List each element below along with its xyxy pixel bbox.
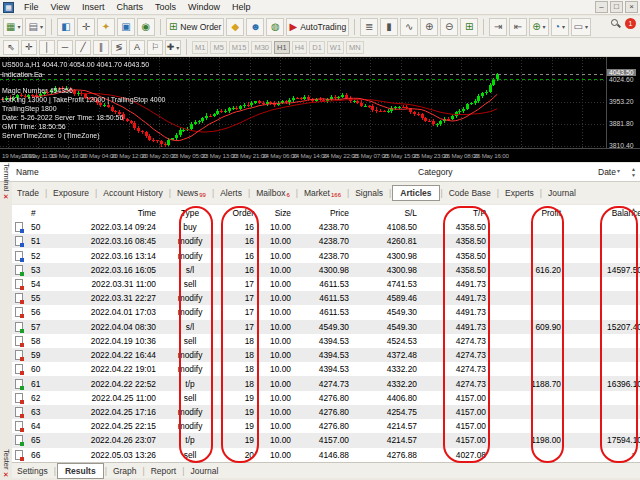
trendline-tool[interactable]: ╱ <box>75 40 91 55</box>
terminal-close-icon[interactable]: ✕ <box>3 193 9 200</box>
tester-tab-journal[interactable]: Journal <box>185 464 223 478</box>
table-row[interactable]: 602022.04.22 19:01modify1810.004394.5343… <box>12 362 640 376</box>
vertical-line-tool[interactable]: │ <box>39 40 55 55</box>
tab-news[interactable]: News99 <box>172 186 211 200</box>
table-row[interactable]: 632022.04.25 17:16modify1910.004276.8042… <box>12 405 640 419</box>
timeframe-m1[interactable]: M1 <box>192 41 208 54</box>
table-row[interactable]: 642022.04.25 22:15modify1910.004276.8042… <box>12 419 640 433</box>
auto-scroll-button[interactable]: ⇥ <box>489 18 507 36</box>
cursor-tool[interactable]: ⇖ <box>3 40 19 55</box>
zoom-out-button[interactable]: ⊖ <box>440 18 458 36</box>
table-row[interactable]: 622022.04.25 11:00sell1910.004276.804406… <box>12 391 640 405</box>
tab-mailbox[interactable]: Mailbox6 <box>251 186 295 200</box>
table-row[interactable]: 572022.04.04 08:30s/l1710.004549.304549.… <box>12 320 640 334</box>
menu-window[interactable]: Window <box>182 1 226 13</box>
table-scroll-down-icon[interactable]: ▼ <box>631 452 636 457</box>
table-row[interactable]: 542022.03.31 11:00sell1710.004611.534741… <box>12 277 640 291</box>
channel-tool[interactable]: ∥ <box>93 40 109 55</box>
table-row[interactable]: 582022.04.19 10:36sell1810.004394.534524… <box>12 334 640 348</box>
table-row[interactable]: 532022.03.16 16:05s/l1610.004300.984300.… <box>12 263 640 277</box>
scroll-down-icon[interactable]: ▼ <box>631 173 636 178</box>
table-row[interactable]: 552022.03.31 22:27modify1710.004611.5345… <box>12 291 640 305</box>
cell-time: 2022.04.26 23:07 <box>54 435 160 445</box>
column-category[interactable]: Category <box>418 167 453 177</box>
tester-close-icon[interactable]: ✕ <box>3 471 9 478</box>
table-row[interactable]: 512022.03.16 08:45modify1610.004238.7042… <box>12 234 640 248</box>
notification-badge[interactable]: 1 <box>625 18 636 29</box>
tab-articles[interactable]: Articles <box>392 185 439 201</box>
metaeditor-button[interactable]: ◆ <box>226 18 244 36</box>
fibonacci-tool[interactable]: ≶ <box>111 40 127 55</box>
menu-view[interactable]: View <box>45 1 76 13</box>
candlestick-chart-button[interactable]: ▮ <box>380 18 398 36</box>
menu-help[interactable]: Help <box>226 1 257 13</box>
table-scroll-up-icon[interactable]: ▲ <box>631 207 636 212</box>
tester-tab-settings[interactable]: Settings <box>12 464 53 478</box>
table-row[interactable]: 592022.04.22 16:44modify1810.004394.5343… <box>12 348 640 362</box>
label-tool[interactable]: ⚐ <box>147 40 163 55</box>
strategy-tester-button[interactable]: ◉ <box>137 18 155 36</box>
tab-signals[interactable]: Signals <box>350 186 388 200</box>
navigator-button[interactable]: ✦ <box>97 18 115 36</box>
close-button[interactable]: × <box>625 1 638 13</box>
crosshair-tool[interactable]: ✛ <box>21 40 37 55</box>
tab-journal[interactable]: Journal <box>543 186 581 200</box>
menu-charts[interactable]: Charts <box>110 1 149 13</box>
restore-button[interactable]: □ <box>610 1 623 13</box>
table-row[interactable]: 652022.04.26 23:07t/p1910.004157.004214.… <box>12 433 640 447</box>
sort-descending-icon[interactable]: ▾ <box>617 167 620 174</box>
indicators-button[interactable]: ⊕▾ <box>529 18 548 36</box>
timeframe-d1[interactable]: D1 <box>309 41 325 54</box>
chat-button[interactable]: ☻ <box>246 18 264 36</box>
timeframe-w1[interactable]: W1 <box>327 41 344 54</box>
tab-code-base[interactable]: Code Base <box>444 186 496 200</box>
community-button[interactable]: ◍ <box>266 18 284 36</box>
menu-insert[interactable]: Insert <box>76 1 111 13</box>
column-name[interactable]: Name <box>16 167 39 177</box>
line-chart-button[interactable]: ∿ <box>400 18 418 36</box>
templates-button[interactable]: ▭▾ <box>571 18 591 36</box>
table-row[interactable]: 562022.04.01 17:03modify1710.004611.5345… <box>12 305 640 319</box>
column-date[interactable]: Date <box>598 167 616 177</box>
timeframe-h4[interactable]: H4 <box>292 41 308 54</box>
menu-file[interactable]: File <box>18 1 45 13</box>
table-row[interactable]: 502022.03.14 09:24buy1610.004238.704108.… <box>12 220 640 234</box>
new-chart-button[interactable]: ▦▾ <box>3 18 23 36</box>
shapes-dropdown[interactable]: ✚▾ <box>165 40 181 55</box>
timeframe-h1[interactable]: H1 <box>274 41 290 54</box>
zoom-in-button[interactable]: ⊕ <box>420 18 438 36</box>
timeframe-m15[interactable]: M15 <box>229 41 250 54</box>
tab-experts[interactable]: Experts <box>500 186 539 200</box>
table-row[interactable]: 522022.03.16 13:14modify1610.004238.7043… <box>12 248 640 262</box>
profiles-button[interactable]: ▤▾ <box>25 18 45 36</box>
tester-tab-report[interactable]: Report <box>146 464 182 478</box>
timeframe-mn[interactable]: MN <box>346 41 364 54</box>
timeframe-m5[interactable]: M5 <box>210 41 226 54</box>
timeframe-m30[interactable]: M30 <box>251 41 272 54</box>
minimize-button[interactable]: – <box>595 1 608 13</box>
chart-shift-button[interactable]: ⇤ <box>509 18 527 36</box>
periods-button[interactable]: ◔▾ <box>551 18 569 36</box>
bar-chart-button[interactable]: ≣ <box>360 18 378 36</box>
tile-windows-button[interactable]: ⊞ <box>460 18 478 36</box>
table-row[interactable]: 662022.05.03 13:26sell2010.004146.884276… <box>12 448 640 462</box>
autotrading-button[interactable]: ▶AutoTrading <box>286 18 349 36</box>
tab-exposure[interactable]: Exposure <box>48 186 94 200</box>
horizontal-line-tool[interactable]: ─ <box>57 40 73 55</box>
search-icon[interactable] <box>611 19 620 28</box>
data-window-button[interactable]: ✛ <box>77 18 95 36</box>
cell-size: 10.00 <box>258 421 295 431</box>
market-watch-button[interactable]: ◧ <box>57 18 75 36</box>
chart-area[interactable]: US500.a,H1 4044.70 4054.00 4041.70 4043.… <box>0 57 640 162</box>
tab-account-history[interactable]: Account History <box>98 186 168 200</box>
tester-tab-graph[interactable]: Graph <box>108 464 142 478</box>
table-row[interactable]: 612022.04.22 22:52t/p1810.004274.734332.… <box>12 376 640 390</box>
tester-tab-results[interactable]: Results <box>57 463 104 479</box>
tab-alerts[interactable]: Alerts <box>215 186 247 200</box>
tab-trade[interactable]: Trade <box>12 186 44 200</box>
menu-tools[interactable]: Tools <box>149 1 182 13</box>
text-tool[interactable]: A <box>129 40 145 55</box>
new-order-button[interactable]: ⊞New Order <box>166 18 224 36</box>
tab-market[interactable]: Market166 <box>299 186 346 200</box>
terminal-button[interactable]: ▣ <box>117 18 135 36</box>
